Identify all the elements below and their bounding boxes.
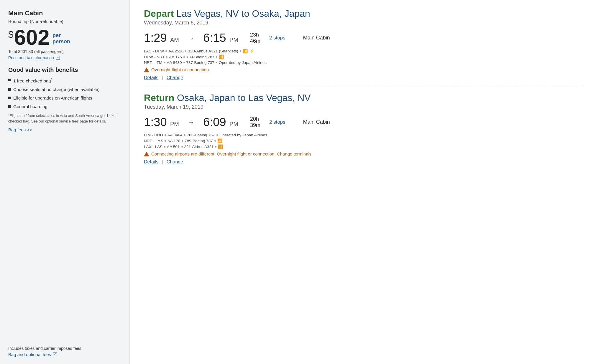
dot-separator (216, 134, 218, 136)
depart-cabin: Main Cabin (303, 35, 330, 41)
leg-aircraft: 763-Boeing 767 (187, 133, 215, 137)
leg-route: LAX - LAS (144, 145, 162, 149)
leg-flight: AA 8464 (167, 133, 183, 137)
arrow-icon: → (188, 34, 194, 42)
return-details-link[interactable]: Details (144, 159, 158, 165)
wifi-icon: 📶 (217, 138, 222, 143)
dot-separator (181, 146, 183, 148)
includes-text: Includes taxes and carrier imposed fees. (8, 346, 121, 351)
leg-flight: AA 8430 (167, 60, 182, 65)
dot-separator (240, 50, 241, 52)
depart-warning: Overnight flight or connection (144, 67, 584, 72)
pipe-separator: | (162, 159, 163, 165)
leg-row: LAX - LAS AA 501 321-Airbus A321 📶 (144, 144, 584, 149)
external-link-icon (56, 56, 60, 60)
depart-change-link[interactable]: Change (167, 75, 183, 80)
cabin-title: Main Cabin (8, 9, 121, 17)
pipe-separator: | (162, 75, 163, 80)
depart-time: 1:29 AM (144, 31, 179, 44)
arrow-icon: → (188, 118, 194, 126)
depart-label: Depart (144, 8, 174, 19)
leg-aircraft: 789-Boeing 787 (186, 55, 214, 59)
depart-duration: 23h 46m (250, 32, 260, 44)
leg-route: ITM - HND (144, 133, 163, 137)
per-person-label: perperson (52, 32, 70, 45)
return-legs: ITM - HND AA 8464 763-Boeing 767 Operate… (144, 133, 584, 149)
leg-row: NRT - LAX AA 170 789-Boeing 787 📶 (144, 138, 584, 143)
leg-row: LAS - DFW AA 2526 32B-Airbus A321 (Shark… (144, 49, 584, 53)
depart-stops-link[interactable]: 2 stops (269, 35, 285, 41)
return-cabin: Main Cabin (303, 119, 330, 125)
depart-legs: LAS - DFW AA 2526 32B-Airbus A321 (Shark… (144, 49, 584, 65)
dot-separator (185, 50, 186, 52)
return-route: Osaka, Japan to Las Vegas, NV (177, 92, 311, 103)
bag-optional-fees-link[interactable]: Bag and optional fees (8, 352, 57, 357)
warning-triangle-icon (144, 152, 149, 156)
price-row: $ 602 perperson (8, 27, 121, 48)
depart-times: 1:29 AM → 6:15 PM 23h 46m 2 stops Main C… (144, 31, 584, 44)
leg-row: ITM - HND AA 8464 763-Boeing 767 Operate… (144, 133, 584, 137)
leg-route: NRT - LAX (144, 139, 163, 143)
dot-separator (165, 50, 167, 52)
depart-details-link[interactable]: Details (144, 75, 158, 80)
dot-separator (165, 140, 166, 142)
return-section: Return Osaka, Japan to Las Vegas, NV Tue… (144, 92, 584, 165)
depart-date: Wednesday, March 6, 2019 (144, 20, 584, 26)
return-change-link[interactable]: Change (167, 159, 183, 165)
leg-aircraft: 737-Boeing 737 (186, 60, 214, 65)
leg-row: DFW - NRT AA 175 789-Boeing 787 📶 (144, 54, 584, 59)
depart-header: Depart Las Vegas, NV to Osaka, Japan Wed… (144, 8, 584, 26)
dot-separator (215, 146, 216, 148)
sidebar-top: Main Cabin Round trip (Non-refundable) $… (8, 9, 121, 132)
bag-fees-link[interactable]: Bag fees >> (8, 127, 32, 132)
dot-separator (216, 56, 217, 58)
return-times: 1:30 PM → 6:09 PM 20h 39m 2 stops Main C… (144, 115, 584, 129)
leg-flight: AA 501 (167, 145, 180, 149)
section-divider (144, 86, 584, 86)
bullet-icon (8, 105, 11, 108)
benefits-list: 1 free checked bag* Choose seats at no c… (8, 77, 121, 109)
wifi-icon: 📶 (243, 49, 248, 53)
price-tax-link[interactable]: Price and tax information (8, 55, 60, 60)
leg-flight: AA 175 (169, 55, 182, 59)
dot-separator (183, 62, 185, 63)
benefit-item: 1 free checked bag* (8, 77, 121, 83)
bullet-icon (8, 88, 11, 91)
dot-separator (165, 134, 166, 136)
dot-separator (164, 146, 165, 148)
return-warning-text: Connecting airports are different, Overn… (151, 151, 311, 156)
leg-row: NRT - ITM AA 8430 737-Boeing 737 Operate… (144, 60, 584, 65)
leg-aircraft: 789-Boeing 787 (185, 139, 213, 143)
return-date: Tuesday, March 19, 2019 (144, 104, 584, 110)
wifi-icon: 📶 (219, 54, 224, 59)
total-price: Total $601.33 (all passengers) (8, 49, 121, 54)
dot-separator (166, 56, 167, 58)
wifi-icon: 📶 (218, 144, 223, 149)
depart-title: Depart Las Vegas, NV to Osaka, Japan (144, 8, 584, 19)
return-actions: Details | Change (144, 159, 584, 165)
dollar-sign: $ (8, 30, 14, 39)
depart-warning-text: Overnight flight or connection (151, 67, 209, 72)
arrive-time: 6:15 PM (203, 31, 238, 44)
leg-route: LAS - DFW (144, 49, 164, 53)
main-content: Depart Las Vegas, NV to Osaka, Japan Wed… (130, 0, 598, 364)
return-depart-time: 1:30 PM (144, 115, 179, 129)
return-header: Return Osaka, Japan to Las Vegas, NV Tue… (144, 92, 584, 110)
dot-separator (182, 140, 183, 142)
leg-flight: AA 2526 (168, 49, 183, 53)
price-amount: 602 (14, 27, 50, 48)
good-value-title: Good value with benefits (8, 67, 121, 73)
power-icon: ⚡ (249, 49, 254, 53)
return-stops-link[interactable]: 2 stops (269, 119, 285, 125)
return-warning: Connecting airports are different, Overn… (144, 151, 584, 156)
dot-separator (184, 134, 185, 136)
bullet-icon (8, 97, 11, 99)
return-arrive-time: 6:09 PM (203, 115, 238, 129)
warning-triangle-icon (144, 67, 149, 72)
sidebar-bottom: Includes taxes and carrier imposed fees.… (8, 340, 121, 357)
bullet-icon (8, 79, 11, 81)
external-link-icon (53, 353, 57, 356)
leg-operated-by: Operated by Japan Airlines (219, 133, 267, 137)
leg-aircraft: 321-Airbus A321 (184, 145, 214, 149)
leg-flight: AA 170 (167, 139, 180, 143)
